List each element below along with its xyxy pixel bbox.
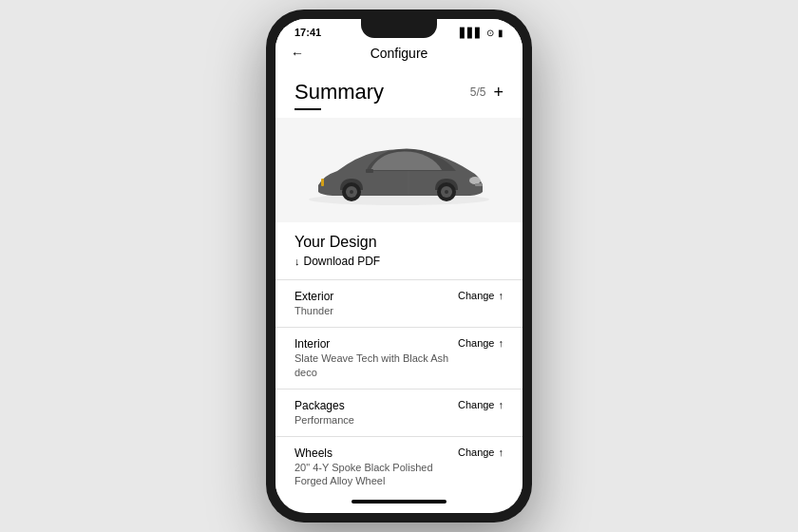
signal-icon: ▋▋▋	[460, 28, 483, 38]
status-time: 17:41	[294, 27, 321, 38]
content-scroll[interactable]: Summary 5/5 +	[276, 68, 522, 494]
config-left: Packages Performance	[294, 399, 354, 427]
svg-rect-10	[366, 169, 373, 173]
summary-title: Summary	[294, 80, 384, 104]
config-category: Exterior	[294, 290, 333, 303]
back-button[interactable]: ←	[291, 46, 304, 61]
config-category: Packages	[294, 399, 354, 412]
phone-screen: 17:41 ▋▋▋ ⊙ ▮ ← Configure Summary 5/5	[276, 19, 522, 513]
download-pdf-button[interactable]: ↓ Download PDF	[294, 255, 504, 268]
config-row-exterior: Exterior Thunder Change ↑	[276, 279, 522, 327]
config-right[interactable]: Change ↑	[458, 446, 504, 458]
svg-point-7	[445, 190, 448, 194]
notch	[361, 19, 437, 38]
download-icon: ↓	[294, 256, 300, 267]
your-design-section: Your Design ↓ Download PDF	[276, 222, 522, 279]
config-category: Wheels	[294, 446, 450, 460]
car-image-area	[276, 118, 522, 222]
config-rows: Exterior Thunder Change ↑ Interior Slate…	[276, 279, 522, 494]
config-row-interior: Interior Slate Weave Tech with Black Ash…	[276, 327, 522, 389]
phone-frame: 17:41 ▋▋▋ ⊙ ▮ ← Configure Summary 5/5	[266, 10, 532, 522]
config-left: Exterior Thunder	[294, 290, 333, 317]
collapse-exterior-icon: ↑	[499, 290, 504, 301]
config-value: Slate Weave Tech with Black Ash deco	[294, 352, 450, 379]
car-image	[294, 124, 504, 214]
config-row-packages: Packages Performance Change ↑	[276, 389, 522, 436]
add-button[interactable]: +	[493, 84, 504, 101]
svg-point-8	[469, 177, 481, 184]
summary-count: 5/5	[470, 86, 486, 99]
svg-rect-9	[321, 179, 324, 186]
config-value: Performance	[294, 413, 354, 427]
collapse-packages-icon: ↑	[499, 399, 504, 410]
config-category: Interior	[294, 337, 450, 351]
collapse-wheels-icon: ↑	[499, 446, 504, 458]
home-indicator	[352, 500, 446, 504]
config-row-wheels: Wheels 20" 4-Y Spoke Black Polished Forg…	[276, 436, 522, 494]
nav-title: Configure	[370, 46, 428, 61]
config-value: Thunder	[294, 304, 333, 317]
your-design-title: Your Design	[294, 234, 504, 251]
config-left: Wheels 20" 4-Y Spoke Black Polished Forg…	[294, 446, 450, 488]
download-pdf-label: Download PDF	[304, 255, 381, 268]
change-packages-button[interactable]: Change	[458, 399, 495, 410]
collapse-interior-icon: ↑	[499, 337, 504, 349]
change-wheels-button[interactable]: Change	[458, 446, 495, 458]
bottom-bar	[276, 494, 522, 513]
config-right[interactable]: Change ↑	[458, 399, 504, 410]
summary-right: 5/5 +	[470, 84, 504, 101]
wifi-icon: ⊙	[486, 28, 494, 38]
config-right[interactable]: Change ↑	[458, 337, 504, 349]
config-value: 20" 4-Y Spoke Black Polished Forged Allo…	[294, 461, 450, 488]
battery-icon: ▮	[498, 28, 504, 38]
summary-underline	[294, 108, 321, 110]
nav-bar: ← Configure	[276, 42, 522, 68]
change-interior-button[interactable]: Change	[458, 337, 495, 349]
status-icons: ▋▋▋ ⊙ ▮	[460, 28, 504, 38]
svg-rect-11	[475, 183, 483, 186]
change-exterior-button[interactable]: Change	[458, 290, 495, 301]
summary-header: Summary 5/5 +	[276, 68, 522, 118]
summary-left: Summary	[294, 80, 384, 110]
config-right[interactable]: Change ↑	[458, 290, 504, 301]
config-left: Interior Slate Weave Tech with Black Ash…	[294, 337, 450, 379]
svg-point-4	[350, 190, 353, 194]
